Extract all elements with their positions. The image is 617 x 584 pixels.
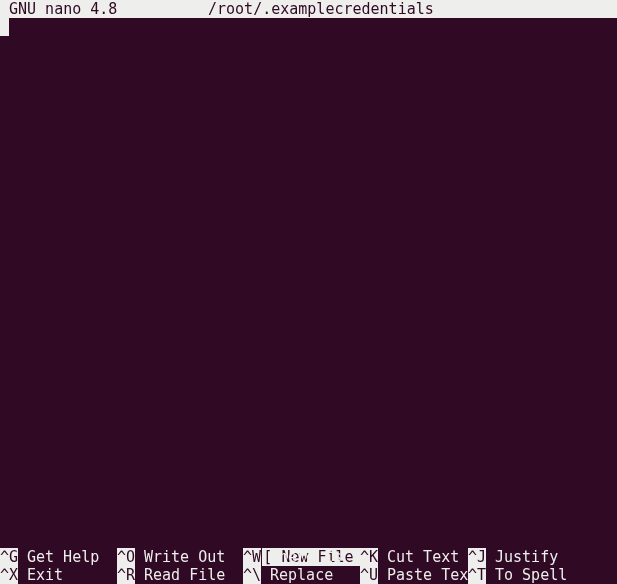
shortcut-key: ^O [117,548,135,566]
shortcut-label: Where Is [261,548,342,566]
shortcut-key: ^R [117,566,135,584]
shortcut-label: Justify [486,548,558,566]
shortcut-key: ^J [468,548,486,566]
shortcut-bar: ^G Get Help ^O Write Out ^W Where Is ^K … [0,548,617,584]
shortcut-key: ^X [0,566,18,584]
app-name: GNU nano 4.8 [0,0,117,18]
shortcut-row-1: ^G Get Help ^O Write Out ^W Where Is ^K … [0,548,617,566]
file-path: /root/.examplecredentials [208,0,434,18]
status-line: [ New File ] [0,530,617,548]
shortcut-label: Replace [261,566,333,584]
shortcut-label: Write Out [135,548,225,566]
shortcut-key: ^U [360,566,378,584]
shortcut-cut-text[interactable]: ^K Cut Text [360,548,468,566]
shortcut-where-is[interactable]: ^W Where Is [243,548,360,566]
shortcut-label: Get Help [18,548,99,566]
shortcut-read-file[interactable]: ^R Read File [117,566,243,584]
text-cursor [0,18,9,36]
shortcut-key: ^T [468,566,486,584]
shortcut-row-2: ^X Exit ^R Read File ^\ Replace ^U Paste… [0,566,617,584]
editor-area[interactable] [0,18,617,530]
shortcut-label: To Spell [486,566,567,584]
shortcut-key: ^W [243,548,261,566]
shortcut-replace[interactable]: ^\ Replace [243,566,360,584]
shortcut-label: Paste Text [378,566,477,584]
shortcut-label: Read File [135,566,225,584]
shortcut-justify[interactable]: ^J Justify [468,548,617,566]
shortcut-get-help[interactable]: ^G Get Help [0,548,117,566]
shortcut-paste-text[interactable]: ^U Paste Text [360,566,468,584]
shortcut-key: ^\ [243,566,261,584]
shortcut-to-spell[interactable]: ^T To Spell [468,566,617,584]
shortcut-label: Exit [18,566,63,584]
shortcut-key: ^K [360,548,378,566]
shortcut-exit[interactable]: ^X Exit [0,566,117,584]
shortcut-label: Cut Text [378,548,459,566]
shortcut-key: ^G [0,548,18,566]
shortcut-write-out[interactable]: ^O Write Out [117,548,243,566]
title-bar: GNU nano 4.8 /root/.examplecredentials [0,0,617,18]
